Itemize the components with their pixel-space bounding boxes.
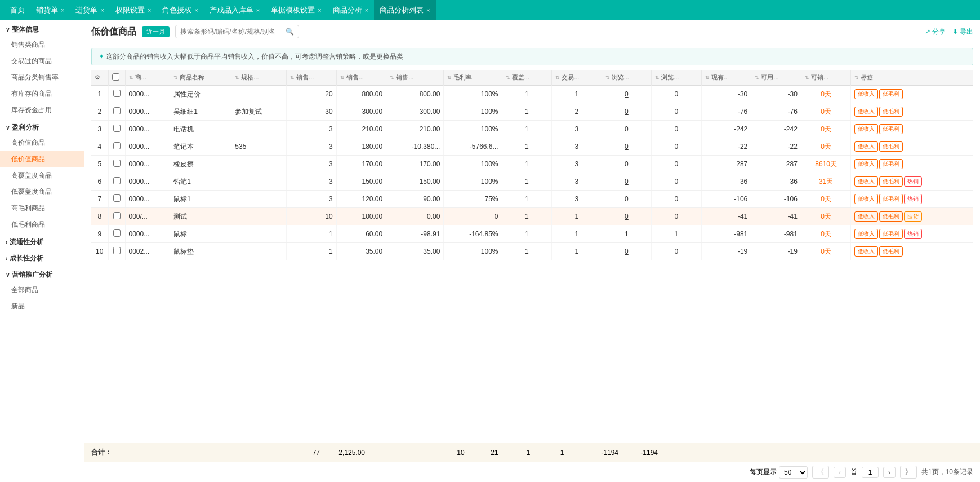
close-tab-icon[interactable]: × (148, 7, 151, 14)
close-tab-icon[interactable]: × (256, 7, 260, 14)
sidebar-item-低毛利商品[interactable]: 低毛利商品 (0, 216, 84, 233)
sidebar-section-整体信息[interactable]: ∨整体信息 (0, 20, 84, 37)
row-checkbox[interactable] (113, 107, 121, 114)
row-checkbox[interactable] (113, 247, 121, 254)
sidebar-item-商品分类销售率[interactable]: 商品分类销售率 (0, 69, 84, 86)
nav-item-商品分析[interactable]: 商品分析× (327, 0, 374, 20)
row-checkbox[interactable] (113, 212, 121, 219)
nav-item-产成品入库单[interactable]: 产成品入库单× (204, 0, 265, 20)
browse1-link[interactable]: 0 (625, 143, 629, 151)
share-button[interactable]: ↗ 分享 (925, 27, 946, 37)
last-page-button[interactable]: 》 (900, 466, 917, 479)
col-header-sales_qty[interactable]: ⇅ 销售... (287, 70, 337, 86)
sidebar-section-流通性分析[interactable]: ›流通性分析 (0, 233, 84, 249)
sidebar-item-有库存的商品[interactable]: 有库存的商品 (0, 86, 84, 102)
col-header-current[interactable]: ⇅ 现有... (701, 70, 751, 86)
col-header-spec[interactable]: ⇅ 规格... (231, 70, 287, 86)
row-browse1[interactable]: 0 (602, 156, 652, 173)
nav-item-角色授权[interactable]: 角色授权× (157, 0, 203, 20)
sidebar-item-高价值商品[interactable]: 高价值商品 (0, 135, 84, 151)
sidebar-item-全部商品[interactable]: 全部商品 (0, 282, 84, 298)
per-page-select[interactable]: 50 100 (779, 466, 808, 479)
col-header-browse1[interactable]: ⇅ 浏览... (602, 70, 652, 86)
sidebar-item-高覆盖度商品[interactable]: 高覆盖度商品 (0, 167, 84, 184)
nav-item-权限设置[interactable]: 权限设置× (110, 0, 157, 20)
col-header-available[interactable]: ⇅ 可用... (751, 70, 801, 86)
sidebar-section-营销推广分析[interactable]: ∨营销推广分析 (0, 266, 84, 282)
col-header-sales_price[interactable]: ⇅ 销售... (336, 70, 386, 86)
table-row: 30000...电话机3210.00210.00100%1300-242-242… (91, 121, 973, 138)
row-browse1[interactable]: 0 (602, 138, 652, 156)
sidebar-section-成长性分析[interactable]: ›成长性分析 (0, 249, 84, 266)
sidebar-item-销售类商品[interactable]: 销售类商品 (0, 37, 84, 53)
close-tab-icon[interactable]: × (100, 7, 104, 14)
row-checkbox[interactable] (113, 194, 121, 202)
row-browse1[interactable]: 0 (602, 173, 652, 191)
nav-item-首页[interactable]: 首页 (5, 0, 30, 20)
first-page-button[interactable]: 《 (812, 466, 829, 479)
col-header-coverage[interactable]: ⇅ 覆盖... (502, 70, 552, 86)
table-row: 50000...橡皮擦3170.00170.00100%130028728786… (91, 156, 973, 173)
col-header-sales_amount[interactable]: ⇅ 销售... (386, 70, 444, 86)
close-tab-icon[interactable]: × (194, 7, 198, 14)
row-browse1[interactable]: 0 (602, 191, 652, 208)
row-browse1[interactable]: 0 (602, 121, 652, 138)
sidebar-item-低价值商品[interactable]: 低价值商品 (0, 151, 84, 167)
row-browse1[interactable]: 1 (602, 225, 652, 243)
table-container[interactable]: ⚙⇅ 商...⇅ 商品名称⇅ 规格...⇅ 销售...⇅ 销售...⇅ 销售..… (84, 70, 980, 443)
row-checkbox[interactable] (113, 160, 121, 167)
period-button[interactable]: 近一月 (142, 26, 170, 37)
nav-item-进货单[interactable]: 进货单× (70, 0, 109, 20)
row-checkbox[interactable] (113, 142, 121, 149)
row-browse1[interactable]: 0 (602, 208, 652, 225)
col-header-settings[interactable]: ⚙ (91, 70, 108, 86)
row-browse1[interactable]: 0 (602, 86, 652, 103)
browse1-link[interactable]: 0 (625, 195, 629, 203)
export-button[interactable]: ⬇ 导出 (952, 27, 973, 37)
page-number-input[interactable] (862, 467, 879, 478)
sidebar-item-库存资金占用[interactable]: 库存资金占用 (0, 102, 84, 118)
footer-available: -1194 (618, 449, 658, 457)
row-checkbox[interactable] (113, 229, 121, 237)
nav-item-单据模板设置[interactable]: 单据模板设置× (265, 0, 327, 20)
browse1-link[interactable]: 1 (625, 230, 629, 238)
browse1-link[interactable]: 0 (625, 125, 629, 133)
col-header-code[interactable]: ⇅ 商... (125, 70, 170, 86)
close-tab-icon[interactable]: × (426, 7, 430, 14)
col-header-gross_margin[interactable]: ⇅ 毛利率 (444, 70, 502, 86)
row-checkbox[interactable] (113, 90, 121, 97)
nav-item-商品分析列表[interactable]: 商品分析列表× (374, 0, 435, 20)
close-tab-icon[interactable]: × (318, 7, 321, 14)
close-tab-icon[interactable]: × (365, 7, 368, 14)
close-tab-icon[interactable]: × (61, 7, 64, 14)
search-input[interactable] (175, 25, 299, 38)
row-browse2: 0 (652, 86, 702, 103)
sidebar-item-新品[interactable]: 新品 (0, 298, 84, 315)
prev-page-button[interactable]: ‹ (834, 467, 846, 478)
col-header-tags[interactable]: ⇅ 标签 (851, 70, 973, 86)
col-header-transaction[interactable]: ⇅ 交易... (552, 70, 602, 86)
select-all-checkbox[interactable] (112, 73, 119, 81)
col-header-name[interactable]: ⇅ 商品名称 (170, 70, 231, 86)
next-page-button[interactable]: › (883, 467, 896, 478)
browse1-link[interactable]: 0 (625, 108, 629, 116)
browse1-link[interactable]: 0 (625, 247, 629, 255)
col-header-salable[interactable]: ⇅ 可销... (801, 70, 851, 86)
row-checkbox[interactable] (113, 177, 121, 184)
sidebar-item-高毛利商品[interactable]: 高毛利商品 (0, 200, 84, 216)
search-icon[interactable]: 🔍 (286, 28, 294, 36)
browse1-link[interactable]: 0 (625, 160, 629, 168)
col-header-browse2[interactable]: ⇅ 浏览... (652, 70, 702, 86)
row-browse1[interactable]: 0 (602, 243, 652, 260)
browse1-link[interactable]: 0 (625, 90, 629, 98)
sidebar-item-低覆盖度商品[interactable]: 低覆盖度商品 (0, 184, 84, 200)
sidebar-section-盈利分析[interactable]: ∨盈利分析 (0, 118, 84, 135)
row-checkbox[interactable] (113, 125, 121, 132)
row-code: 000/... (125, 208, 170, 225)
browse1-link[interactable]: 0 (625, 178, 629, 185)
nav-item-销货单[interactable]: 销货单× (30, 0, 70, 20)
browse1-link[interactable]: 0 (625, 213, 629, 220)
row-browse1[interactable]: 0 (602, 103, 652, 121)
col-header-checkbox[interactable] (108, 70, 125, 86)
sidebar-item-交易过的商品[interactable]: 交易过的商品 (0, 53, 84, 69)
